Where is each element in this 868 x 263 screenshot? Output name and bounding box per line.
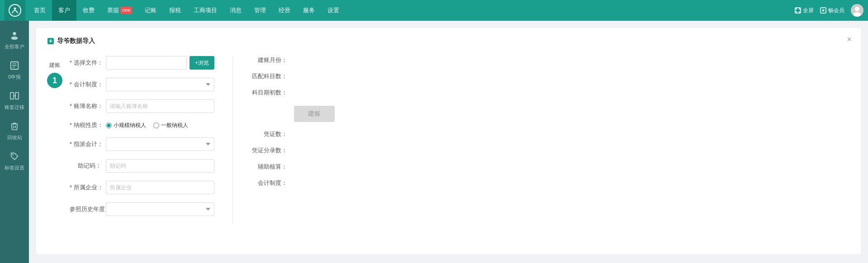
tag-icon — [8, 150, 21, 163]
tax-type-label: * 纳税性质： — [70, 121, 106, 129]
tax-general-radio[interactable]: 一般纳税人 — [153, 122, 188, 129]
svg-rect-2 — [795, 8, 801, 13]
step-label: 建账 — [49, 61, 60, 69]
voucher-entries-row: 凭证分录数： — [251, 146, 378, 155]
aux-accounting-label: 辅助核算： — [251, 163, 292, 171]
tax-type-radio-group: 小规模纳税人 一般纳税人 — [106, 122, 214, 129]
history-year-row: 参照历史年度： — [70, 202, 214, 216]
memo-row: 助记码： — [70, 159, 214, 173]
logo — [5, 0, 25, 21]
form-left: 建账 1 * 选择文件： +浏览 — [47, 56, 214, 224]
sidebar-item-tag-settings[interactable]: 标签设置 — [0, 146, 29, 176]
new-badge: new — [120, 7, 132, 14]
svg-point-7 — [13, 32, 16, 35]
ledger-name-input[interactable] — [106, 99, 214, 113]
sidebar-item-trash[interactable]: 回收站 — [0, 115, 29, 146]
right-accounting-system-label: 会计制度： — [251, 179, 292, 187]
history-year-select[interactable] — [106, 202, 214, 216]
sidebar-item-all-customers[interactable]: 全部客户 — [0, 24, 29, 55]
top-navigation: 首页 客户 收费 票据 new 记账 报税 工商项目 消息 管理 经营 服务 设… — [0, 0, 868, 21]
tax-small-radio[interactable]: 小规模纳税人 — [106, 122, 146, 129]
nav-billing[interactable]: 收费 — [76, 0, 101, 21]
match-subjects-row: 匹配科目数： — [251, 72, 378, 80]
build-month-label: 建账月份： — [251, 56, 292, 64]
nav-message[interactable]: 消息 — [223, 0, 248, 21]
period-initial-label: 科目期初数： — [251, 89, 292, 97]
nav-tax[interactable]: 报税 — [163, 0, 187, 21]
memo-label: 助记码： — [70, 162, 106, 170]
file-input-area: +浏览 — [106, 56, 214, 70]
migrate-icon — [8, 89, 21, 102]
accountant-label: * 指派会计： — [70, 140, 106, 148]
file-label: * 选择文件： — [70, 59, 106, 67]
build-month-row: 建账月份： — [251, 56, 378, 64]
accounting-system-row: * 会计制度： — [70, 78, 214, 91]
tax-type-row: * 纳税性质： 小规模纳税人 一般纳税人 — [70, 121, 214, 129]
fullscreen-button[interactable]: 全屏 — [795, 7, 814, 14]
trash-icon — [8, 120, 21, 132]
nav-business-project[interactable]: 工商项目 — [187, 0, 223, 21]
import-icon — [47, 38, 54, 45]
accountant-select[interactable] — [106, 137, 214, 151]
build-account-button[interactable]: 建账 — [294, 106, 335, 122]
voucher-count-label: 凭证数： — [251, 130, 292, 138]
user-avatar[interactable] — [851, 4, 863, 17]
voucher-count-row: 凭证数： — [251, 130, 378, 138]
nav-settings[interactable]: 设置 — [321, 0, 346, 21]
panel: 导爷数据导入 × 建账 1 * 选择文件： — [36, 28, 861, 254]
close-button[interactable]: × — [847, 35, 852, 43]
company-label: * 所属企业： — [70, 183, 106, 192]
form-divider — [232, 56, 233, 224]
user-icon — [8, 29, 21, 42]
nav-invoice[interactable]: 票据 new — [101, 0, 138, 21]
accountant-row: * 指派会计： — [70, 137, 214, 151]
sidebar-item-zero-report[interactable]: 0申报 — [0, 55, 29, 85]
tax-general-input[interactable] — [153, 122, 159, 128]
nav-management[interactable]: 管理 — [248, 0, 272, 21]
panel-title: 导爷数据导入 — [47, 37, 850, 45]
company-input[interactable] — [106, 181, 214, 194]
report-icon — [8, 59, 21, 72]
company-row: * 所属企业： — [70, 181, 214, 194]
voucher-entries-label: 凭证分录数： — [251, 146, 292, 155]
tax-small-input[interactable] — [106, 122, 112, 128]
aux-accounting-row: 辅助核算： — [251, 163, 378, 171]
browse-button[interactable]: +浏览 — [190, 56, 214, 70]
nav-bookkeeping[interactable]: 记账 — [138, 0, 163, 21]
main-content: 导爷数据导入 × 建账 1 * 选择文件： — [29, 21, 868, 263]
build-btn-row: 建账 — [251, 106, 378, 122]
svg-point-12 — [12, 154, 14, 155]
ledger-name-row: * 账簿名称： — [70, 99, 214, 113]
form-layout: 建账 1 * 选择文件： +浏览 — [47, 56, 850, 224]
period-initial-row: 科目期初数： — [251, 89, 378, 97]
main-layout: 全部客户 0申报 账套迁移 — [0, 21, 868, 263]
file-field-row: * 选择文件： +浏览 — [70, 56, 214, 70]
member-button[interactable]: 畅会员 — [820, 7, 844, 14]
step-circle: 1 — [47, 73, 62, 88]
ledger-name-label: * 账簿名称： — [70, 102, 106, 110]
nav-right-actions: 全屏 畅会员 — [795, 4, 863, 17]
accounting-system-select[interactable] — [106, 78, 214, 91]
svg-rect-10 — [10, 93, 14, 99]
form-right: 建账月份： 匹配科目数： 科目期初数： 建账 — [251, 56, 378, 224]
right-accounting-system-row: 会计制度： — [251, 179, 378, 187]
form-section: * 选择文件： +浏览 * 会计制度： — [70, 56, 214, 224]
match-subjects-label: 匹配科目数： — [251, 72, 292, 80]
nav-customer[interactable]: 客户 — [52, 0, 76, 21]
sidebar-item-account-migrate[interactable]: 账套迁移 — [0, 85, 29, 115]
nav-service[interactable]: 服务 — [297, 0, 321, 21]
file-input-display — [106, 56, 187, 70]
sidebar: 全部客户 0申报 账套迁移 — [0, 21, 29, 263]
nav-home[interactable]: 首页 — [28, 0, 52, 21]
svg-point-5 — [855, 7, 859, 11]
svg-point-6 — [854, 12, 861, 17]
accounting-system-label: * 会计制度： — [70, 80, 106, 89]
history-year-label: 参照历史年度： — [70, 205, 106, 213]
svg-point-8 — [11, 37, 18, 40]
nav-business[interactable]: 经营 — [272, 0, 297, 21]
svg-point-1 — [14, 8, 16, 10]
memo-input[interactable] — [106, 159, 214, 173]
